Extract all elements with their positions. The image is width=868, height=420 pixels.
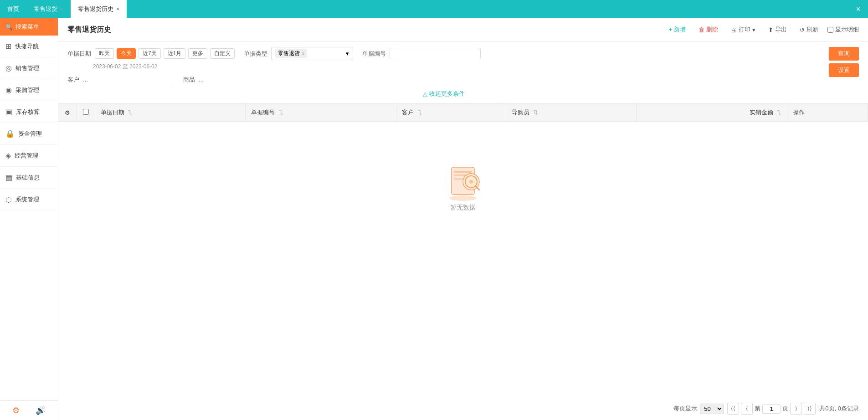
page-size-selector: 每页显示 10 20 50 100 — [673, 404, 724, 414]
date-btn-1month[interactable]: 近1月 — [164, 48, 186, 59]
sidebar-search-label: 搜索菜单 — [15, 23, 39, 31]
tab-retail-return-close[interactable]: × — [60, 6, 63, 12]
col-settings[interactable]: ⚙ — [58, 104, 77, 122]
settings-icon[interactable]: ⚙ — [12, 405, 20, 415]
print-button[interactable]: 🖨 打印 ▾ — [727, 24, 759, 36]
bill-type-remove[interactable]: × — [301, 51, 304, 57]
first-page-button[interactable]: ⟨⟨ — [727, 403, 739, 415]
tab-home[interactable]: 首页 — [0, 0, 26, 18]
goods-filter-label: 商品 — [183, 76, 195, 84]
filter-settings-button[interactable]: 设置 — [829, 63, 859, 77]
show-detail-checkbox-label[interactable]: 显示明细 — [827, 26, 859, 34]
new-button[interactable]: + 新增 — [665, 24, 689, 36]
show-detail-checkbox[interactable] — [827, 27, 833, 33]
tab-retail-return[interactable]: 零售退货 × — [26, 0, 71, 18]
capital-mgmt-icon: 🔒 — [5, 129, 15, 138]
col-guide[interactable]: 导购员 ⇅ — [506, 104, 637, 122]
page-nav: ⟨⟨ ⟨ 第 页 ⟩ ⟩⟩ — [727, 403, 816, 415]
per-page-select[interactable]: 10 20 50 100 — [700, 404, 724, 414]
date-btn-more[interactable]: 更多 — [188, 48, 207, 59]
col-bill-no[interactable]: 单据编号 ⇅ — [246, 104, 396, 122]
sidebar-item-basic-info[interactable]: ▤ 基础信息 — [0, 167, 58, 189]
tab-retail-return-history-close[interactable]: × — [116, 6, 119, 12]
delete-button[interactable]: 🗑 删除 — [695, 24, 722, 36]
next-page-button[interactable]: ⟩ — [790, 403, 802, 415]
sidebar-search[interactable]: 🔍 搜索菜单 — [0, 18, 58, 36]
date-filter-label: 单据日期 — [67, 50, 91, 58]
date-btn-7days[interactable]: 近7天 — [139, 48, 161, 59]
window-close-button[interactable]: × — [848, 5, 868, 14]
bill-no-input[interactable] — [390, 48, 481, 59]
per-page-label: 每页显示 — [673, 405, 697, 413]
date-btn-today[interactable]: 今天 — [117, 48, 136, 59]
date-btn-yesterday[interactable]: 昨天 — [95, 48, 114, 59]
svg-point-0 — [449, 195, 477, 201]
tab-bar: 首页 零售退货 × 零售退货历史 × — [0, 0, 848, 18]
basic-info-icon: ▤ — [5, 173, 12, 182]
refresh-button[interactable]: ↺ 刷新 — [796, 24, 822, 36]
date-range-text: 2023-06-02 至 2023-06-02 — [93, 63, 157, 70]
sidebar-item-label: 系统管理 — [15, 195, 39, 204]
data-table: ⚙ 单据日期 ⇅ 单据编号 ⇅ 客户 ⇅ — [58, 104, 868, 248]
guide-sort-icon: ⇅ — [533, 109, 538, 116]
col-checkbox[interactable] — [77, 104, 95, 122]
sidebar-item-system-mgmt[interactable]: ◌ 系统管理 — [0, 189, 58, 210]
sidebar-item-label: 资金管理 — [18, 130, 42, 138]
sidebar-item-capital-mgmt[interactable]: 🔒 资金管理 — [0, 123, 58, 145]
refresh-icon: ↺ — [800, 26, 805, 33]
sidebar-item-purchase-mgmt[interactable]: ◉ 采购管理 — [0, 79, 58, 101]
bill-no-filter: 单据编号 — [362, 48, 481, 59]
page-input[interactable] — [762, 404, 781, 414]
page-label: 第 — [755, 405, 760, 413]
audio-icon[interactable]: 🔊 — [36, 405, 46, 415]
table-header: ⚙ 单据日期 ⇅ 单据编号 ⇅ 客户 ⇅ — [58, 104, 868, 122]
col-customer[interactable]: 客户 ⇅ — [396, 104, 506, 122]
col-actual-amount[interactable]: 实销金额 ⇅ — [637, 104, 787, 122]
table-body: 暂无数据 — [58, 122, 868, 249]
bill-type-select[interactable]: 零售退货 × ▾ — [271, 47, 353, 60]
inventory-check-icon: ▣ — [5, 108, 12, 116]
bill-type-tag: 零售退货 × — [275, 49, 307, 58]
select-all-checkbox[interactable] — [83, 109, 89, 115]
sidebar-item-operation-mgmt[interactable]: ◈ 经营管理 — [0, 145, 58, 167]
main-layout: 🔍 搜索菜单 ⊞ 快捷导航 ◎ 销售管理 ◉ 采购管理 ▣ 库存核算 🔒 资金 — [0, 18, 868, 420]
quick-nav-icon: ⊞ — [5, 42, 11, 51]
query-button[interactable]: 查询 — [829, 47, 859, 61]
sidebar-bottom: ⚙ 🔊 — [0, 400, 58, 420]
customer-input[interactable] — [83, 74, 174, 85]
sidebar-item-label: 采购管理 — [15, 86, 39, 94]
col-bill-date[interactable]: 单据日期 ⇅ — [95, 104, 246, 122]
export-button[interactable]: ⬆ 导出 — [765, 24, 791, 36]
delete-icon: 🗑 — [699, 26, 704, 33]
svg-rect-2 — [454, 171, 472, 173]
svg-point-8 — [469, 180, 473, 184]
prev-page-button[interactable]: ⟨ — [741, 403, 753, 415]
goods-filter: 商品 — [183, 74, 290, 85]
bill-no-label: 单据编号 — [362, 50, 386, 58]
bill-no-sort-icon: ⇅ — [278, 109, 283, 116]
date-btn-custom[interactable]: 自定义 — [210, 48, 235, 59]
pagination-summary: 共0页, 0条记录 — [819, 405, 859, 413]
sidebar-item-label: 基础信息 — [16, 174, 40, 182]
sidebar-menu: ⊞ 快捷导航 ◎ 销售管理 ◉ 采购管理 ▣ 库存核算 🔒 资金管理 ◈ 经营管… — [0, 36, 58, 400]
sidebar: 🔍 搜索菜单 ⊞ 快捷导航 ◎ 销售管理 ◉ 采购管理 ▣ 库存核算 🔒 资金 — [0, 18, 58, 420]
date-filter: 单据日期 昨天 今天 近7天 近1月 更多 自定义 — [67, 48, 235, 59]
goods-input[interactable] — [199, 74, 290, 85]
last-page-button[interactable]: ⟩⟩ — [804, 403, 816, 415]
sidebar-item-label: 经营管理 — [15, 152, 38, 160]
sidebar-item-label: 快捷导航 — [15, 42, 39, 51]
col-operation: 操作 — [787, 104, 868, 122]
customer-sort-icon: ⇅ — [417, 109, 422, 116]
bill-type-label: 单据类型 — [244, 50, 267, 58]
header-actions: + 新增 🗑 删除 🖨 打印 ▾ ⬆ 导出 ↺ 刷新 — [665, 24, 859, 36]
sidebar-item-inventory-check[interactable]: ▣ 库存核算 — [0, 101, 58, 123]
table-area: ⚙ 单据日期 ⇅ 单据编号 ⇅ 客户 ⇅ — [58, 104, 868, 397]
sidebar-item-sales-mgmt[interactable]: ◎ 销售管理 — [0, 57, 58, 79]
customer-filter-label: 客户 — [67, 76, 79, 84]
customer-filter: 客户 — [67, 74, 174, 85]
tab-retail-return-history[interactable]: 零售退货历史 × — [71, 0, 127, 18]
sidebar-item-quick-nav[interactable]: ⊞ 快捷导航 — [0, 36, 58, 57]
collapse-button[interactable]: △ 收起更多条件 — [423, 90, 465, 98]
top-bar: 首页 零售退货 × 零售退货历史 × × — [0, 0, 868, 18]
empty-text: 暂无数据 — [450, 204, 476, 212]
